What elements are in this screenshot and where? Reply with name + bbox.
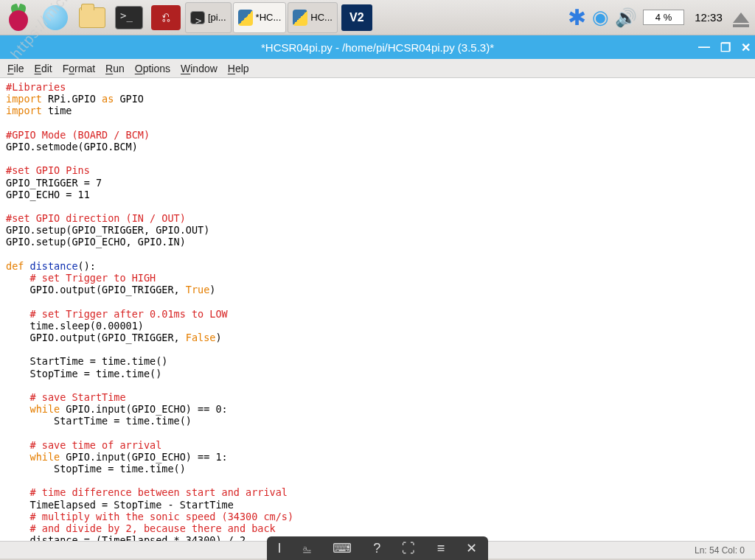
menu-format[interactable]: Format [63, 63, 95, 74]
taskbar-tab-editor-2[interactable]: HC... [288, 2, 338, 33]
code-editor[interactable]: #Libraries import RPi.GPIO as GPIO impor… [0, 78, 755, 541]
toolbar-info-icon[interactable]: I [278, 541, 282, 556]
cursor-position: Ln: 54 Col: 0 [695, 545, 745, 556]
system-tray: ✱ ◉ 🔊 4 % 12:33 [568, 3, 755, 32]
toolbar-close-icon[interactable]: ✕ [466, 540, 477, 556]
tab-label: HC... [310, 12, 333, 23]
vnc-icon[interactable]: V2 [339, 1, 375, 34]
editor-menubar: File Edit Format Run Options Window Help [0, 59, 755, 78]
volume-icon[interactable]: 🔊 [615, 3, 637, 32]
window-titlebar[interactable]: *HCSR04pi.py - /home/pi/HCSR04pi.py (3.5… [0, 35, 755, 59]
eject-icon[interactable] [733, 3, 749, 32]
clock[interactable]: 12:33 [690, 3, 727, 32]
toolbar-keyboard-icon[interactable]: ⌨ [333, 540, 352, 556]
wifi-icon[interactable]: ◉ [592, 3, 609, 32]
menu-options[interactable]: Options [135, 63, 170, 74]
browser-icon[interactable] [38, 1, 73, 34]
tab-label: [pi... [208, 12, 226, 23]
menu-run[interactable]: Run [105, 63, 125, 74]
menu-file[interactable]: File [7, 63, 24, 74]
taskbar-tab-terminal[interactable]: [pi... [185, 2, 232, 33]
taskbar-tab-editor-active[interactable]: *HC... [233, 2, 287, 33]
toolbar-menu-icon[interactable]: ≡ [437, 541, 445, 556]
toolbar-input-icon[interactable]: ⎁ [303, 541, 311, 556]
vnc-toolbar[interactable]: I ⎁ ⌨ ? ⛶ ≡ ✕ [267, 536, 488, 560]
menu-help[interactable]: Help [228, 63, 249, 74]
battery-indicator[interactable]: 4 % [643, 3, 684, 32]
python-icon [293, 10, 307, 25]
usb-icon[interactable]: ⎌ [148, 1, 184, 34]
file-manager-icon[interactable] [74, 1, 110, 34]
raspberry-menu-icon[interactable] [1, 1, 36, 34]
tab-label: *HC... [256, 12, 282, 23]
close-button[interactable]: ✕ [741, 41, 751, 55]
window-controls: — ❐ ✕ [698, 41, 751, 55]
system-taskbar: ⎌ [pi... *HC... HC... V2 ✱ ◉ 🔊 4 % 12:33 [0, 0, 755, 35]
bluetooth-icon[interactable]: ✱ [568, 3, 586, 32]
menu-window[interactable]: Window [181, 63, 218, 74]
window-title: *HCSR04pi.py - /home/pi/HCSR04pi.py (3.5… [261, 41, 494, 54]
minimize-button[interactable]: — [698, 41, 710, 55]
python-icon [238, 10, 253, 25]
maximize-button[interactable]: ❐ [720, 41, 731, 55]
terminal-icon[interactable] [111, 1, 147, 34]
toolbar-help-icon[interactable]: ? [373, 541, 380, 556]
toolbar-fullscreen-icon[interactable]: ⛶ [402, 541, 415, 556]
menu-edit[interactable]: Edit [35, 63, 52, 74]
terminal-small-icon [190, 10, 205, 25]
